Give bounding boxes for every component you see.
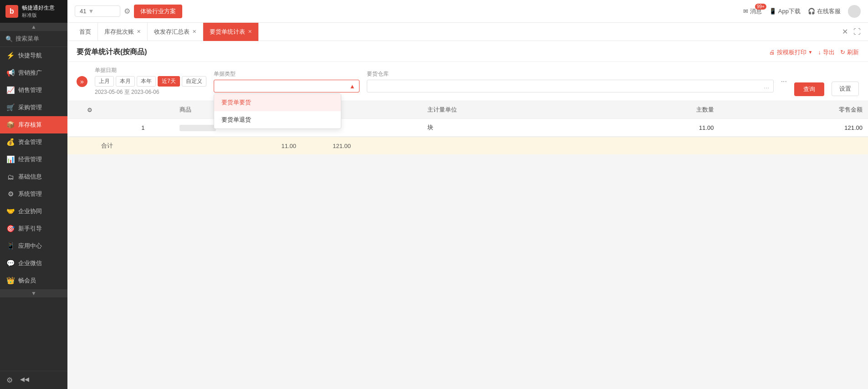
sidebar-item-system[interactable]: ⚙ 系统管理: [0, 185, 67, 203]
sales-icon: 📈: [6, 86, 15, 94]
app-download-item[interactable]: 📱 App下载: [769, 7, 801, 15]
warehouse-label: 要货仓库: [367, 70, 774, 78]
sidebar-item-basic[interactable]: 🗂 基础信息: [0, 168, 67, 185]
date-7days-btn[interactable]: 近7天: [158, 76, 180, 87]
th-num: [112, 101, 174, 119]
tab-receive-summary[interactable]: 收发存汇总表 ✕: [148, 23, 203, 41]
quick-nav-icon: ⚡: [6, 51, 15, 60]
sidebar-item-wechat[interactable]: 💬 企业微信: [0, 255, 67, 272]
query-button[interactable]: 查询: [794, 82, 824, 96]
topbar-left: 41 ▼ ⚙ 体验行业方案: [75, 5, 738, 18]
finance-icon: 💰: [6, 138, 15, 146]
tab-order-summary[interactable]: 要货单统计表 ✕: [203, 23, 259, 41]
sidebar-item-inventory[interactable]: 📦 库存核算: [0, 116, 67, 133]
th-unit: 主计量单位: [422, 101, 570, 119]
print-icon: 🖨: [769, 49, 775, 56]
type-select[interactable]: ▲: [214, 80, 360, 92]
inventory-icon: 📦: [6, 121, 15, 129]
type-filter-group: 单据类型 ▲ 要货单要货 要货单退货: [214, 70, 360, 92]
date-this-month-btn[interactable]: 本月: [116, 76, 135, 87]
sidebar-bottom: ⚙ ◀◀: [0, 371, 67, 389]
sidebar-collapse-btn[interactable]: ◀◀: [20, 376, 29, 384]
td-qty: 11.00: [570, 119, 719, 137]
page-actions: 🖨 按模板打印 ▼ ↓ 导出 ↻ 刷新: [769, 48, 859, 56]
th-settings[interactable]: ⚙: [67, 101, 112, 119]
dropdown-item-0[interactable]: 要货单要货: [214, 94, 341, 111]
search-icon: 🔍: [5, 36, 13, 42]
enterprise-icon: 🤝: [6, 207, 15, 215]
member-icon: 👑: [6, 276, 15, 285]
tab-receive-summary-close[interactable]: ✕: [192, 29, 196, 35]
td-amount: 121.00: [719, 119, 868, 137]
tab-order-summary-close[interactable]: ✕: [248, 29, 252, 35]
tab-expand-btn[interactable]: ⛶: [852, 28, 863, 36]
sidebar-item-purchase[interactable]: 🛒 采购管理: [0, 99, 67, 116]
tab-close-all-btn[interactable]: ✕: [840, 27, 850, 36]
tabs-right-controls: ✕ ⛶: [840, 27, 863, 36]
warehouse-dropdown-icon: …: [764, 83, 770, 90]
date-last-month-btn[interactable]: 上月: [95, 76, 114, 87]
sidebar-item-operations[interactable]: 📊 经营管理: [0, 151, 67, 168]
td-num: 1: [112, 119, 174, 137]
content-area: 要货单统计表(按商品) 🖨 按模板打印 ▼ ↓ 导出 ↻ 刷新 »: [67, 41, 868, 389]
date-label: 单据日期: [95, 67, 206, 74]
messages-item[interactable]: ✉ 消息 99+: [743, 7, 762, 15]
warehouse-filter-group: 要货仓库 …: [367, 70, 774, 92]
logo-icon: b: [5, 5, 18, 18]
store-selector[interactable]: 41 ▼: [75, 5, 120, 17]
tab-batch-account-close[interactable]: ✕: [137, 29, 141, 35]
column-settings-icon: ⚙: [87, 107, 92, 113]
date-buttons: 上月 本月 本年 近7天 自定义: [95, 76, 206, 87]
filter-more-btn[interactable]: ···: [781, 77, 787, 86]
sidebar-scroll-down[interactable]: ▼: [31, 290, 36, 297]
sidebar-item-enterprise[interactable]: 🤝 企业协同: [0, 203, 67, 220]
sidebar-item-member[interactable]: 👑 畅会员: [0, 272, 67, 289]
filter-expand-button[interactable]: »: [77, 76, 87, 87]
type-dropdown-menu: 要货单要货 要货单退货: [214, 93, 341, 129]
sidebar-item-sales[interactable]: 📈 销售管理: [0, 82, 67, 99]
topbar: 41 ▼ ⚙ 体验行业方案 ✉ 消息 99+ 📱 App下载 🎧 在线客服: [67, 0, 868, 23]
settings-button[interactable]: 设置: [832, 82, 859, 96]
th-amount: 零售金额: [719, 101, 868, 119]
sidebar-item-marketing[interactable]: 📢 营销推广: [0, 64, 67, 82]
topbar-settings-icon[interactable]: ⚙: [124, 7, 130, 15]
sidebar-item-guide[interactable]: 🎯 新手引导: [0, 220, 67, 237]
online-service-item[interactable]: 🎧 在线客服: [808, 7, 841, 15]
td-unit: 块: [422, 119, 570, 137]
refresh-action[interactable]: ↻ 刷新: [840, 48, 859, 56]
print-action[interactable]: 🖨 按模板打印 ▼: [769, 48, 813, 56]
tab-batch-account[interactable]: 库存批次账 ✕: [98, 23, 148, 41]
user-avatar[interactable]: [848, 5, 861, 18]
sidebar-scroll-up[interactable]: ▲: [31, 24, 36, 30]
basic-icon: 🗂: [6, 173, 15, 181]
main-area: 41 ▼ ⚙ 体验行业方案 ✉ 消息 99+ 📱 App下载 🎧 在线客服: [67, 0, 868, 389]
export-action[interactable]: ↓ 导出: [818, 48, 835, 56]
app-logo: b 畅捷通好生意 标准版: [0, 0, 67, 23]
type-label: 单据类型: [214, 70, 360, 78]
sidebar-item-finance[interactable]: 💰 资金管理: [0, 133, 67, 151]
page-header: 要货单统计表(按商品) 🖨 按模板打印 ▼ ↓ 导出 ↻ 刷新: [67, 41, 868, 62]
page-title: 要货单统计表(按商品): [77, 47, 147, 57]
type-select-arrow: ▲: [349, 83, 355, 90]
date-custom-btn[interactable]: 自定义: [182, 76, 206, 87]
data-table: ⚙ 商品 主计量单位 主数量 零售金额 1: [67, 101, 868, 137]
date-this-year-btn[interactable]: 本年: [137, 76, 156, 87]
topbar-right: ✉ 消息 99+ 📱 App下载 🎧 在线客服: [743, 5, 861, 18]
date-range-text: 2023-05-06 至 2023-06-06: [95, 88, 206, 96]
sidebar-item-quick-nav[interactable]: ⚡ 快捷导航: [0, 47, 67, 64]
dropdown-item-1[interactable]: 要货单退货: [214, 111, 341, 128]
search-menu-item[interactable]: 🔍 搜索菜单: [0, 31, 67, 47]
headset-icon: 🎧: [808, 8, 815, 15]
table-container: ⚙ 商品 主计量单位 主数量 零售金额 1: [67, 101, 868, 137]
sidebar-settings-icon[interactable]: ⚙: [6, 376, 13, 384]
filter-bar: » 单据日期 上月 本月 本年 近7天 自定义 2023-05-06 至 202…: [67, 62, 868, 101]
footer-total-label: 合计: [96, 142, 187, 150]
wechat-icon: 💬: [6, 259, 15, 267]
tab-home[interactable]: 首页: [73, 23, 98, 41]
sidebar-item-app-center[interactable]: 📱 应用中心: [0, 237, 67, 255]
trial-button[interactable]: 体验行业方案: [134, 5, 182, 18]
warehouse-input[interactable]: …: [367, 80, 774, 92]
app-center-icon: 📱: [6, 242, 15, 250]
export-icon: ↓: [818, 49, 822, 56]
th-qty: 主数量: [570, 101, 719, 119]
